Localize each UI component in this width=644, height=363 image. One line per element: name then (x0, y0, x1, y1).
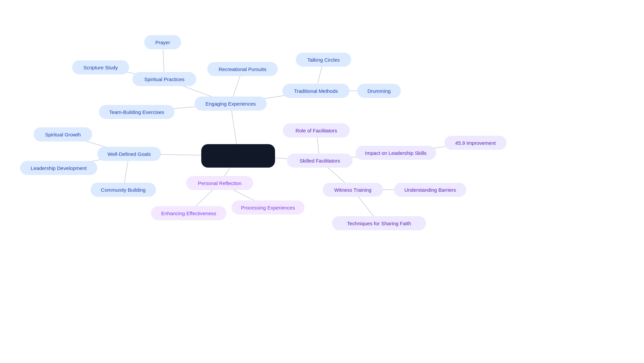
talking-circles-node: Talking Circles (296, 53, 351, 67)
spiritual-practices-node: Spiritual Practices (132, 72, 196, 86)
processing-experiences-node: Processing Experiences (231, 200, 305, 215)
recreational-pursuits-node: Recreational Pursuits (207, 62, 278, 76)
spiritual-growth-node: Spiritual Growth (34, 127, 92, 141)
team-building-node: Team-Building Exercises (99, 105, 174, 119)
techniques-sharing-node: Techniques for Sharing Faith (332, 216, 426, 230)
impact-leadership-skills-node: Impact on Leadership Skills (356, 146, 436, 160)
center-node (201, 144, 275, 168)
prayer-node: Prayer (144, 35, 181, 49)
engaging-experiences-node: Engaging Experiences (195, 97, 267, 111)
improvement-node: 45.9 Improvement (444, 136, 506, 150)
mindmap-container: PrayerScripture StudySpiritual Practices… (0, 0, 644, 363)
traditional-methods-node: Traditional Methods (282, 84, 350, 98)
community-building-node: Community Building (91, 183, 156, 197)
leadership-development-node: Leadership Development (20, 161, 97, 175)
witness-training-node: Witness Training (323, 183, 383, 197)
role-of-facilitators-node: Role of Facilitators (283, 123, 350, 137)
understanding-barriers-node: Understanding Barriers (394, 183, 466, 197)
drumming-node: Drumming (357, 84, 401, 98)
well-defined-goals-node: Well-Defined Goals (97, 147, 161, 161)
enhancing-effectiveness-node: Enhancing Effectiveness (151, 206, 226, 220)
skilled-facilitators-node: Skilled Facilitators (287, 154, 353, 168)
scripture-study-node: Scripture Study (72, 60, 129, 74)
personal-reflection-node: Personal Reflection (186, 176, 253, 190)
